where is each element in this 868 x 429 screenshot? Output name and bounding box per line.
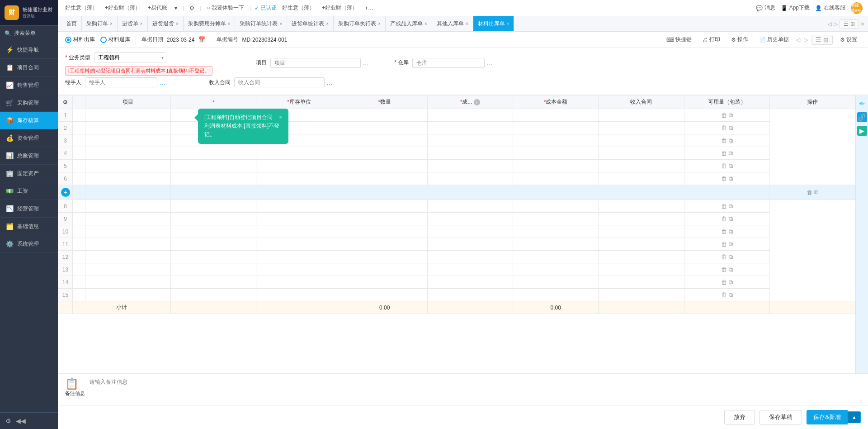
delete-row-icon[interactable]: 🗑 <box>721 241 727 248</box>
warehouse-input[interactable] <box>412 58 485 68</box>
radio-material-return[interactable]: 材料退库 <box>100 36 130 43</box>
copy-row-icon[interactable]: ⧉ <box>729 266 733 273</box>
handler-lookup-btn[interactable]: … <box>159 79 165 86</box>
th-settings[interactable]: ⚙ <box>58 95 73 109</box>
tab-goods-stats[interactable]: 进货单统计表 × <box>287 16 334 32</box>
copy-row-icon[interactable]: ⧉ <box>729 241 733 248</box>
cell-available[interactable] <box>599 109 684 122</box>
topbar-dropdown-arrow[interactable]: ▾ <box>173 4 179 12</box>
history-btn[interactable]: 📄 历史单据 <box>755 34 793 45</box>
tab-purchase-expense[interactable]: 采购费用分摊单 × <box>184 16 236 32</box>
topbar-good-finance2[interactable]: +好业财（薄） <box>320 3 359 13</box>
cell-material[interactable] <box>85 109 171 122</box>
warehouse-lookup-btn[interactable]: … <box>486 59 493 67</box>
delete-row-icon[interactable]: 🗑 <box>721 175 727 182</box>
sidebar-item-inventory[interactable]: 📦 库存核算 <box>0 112 58 129</box>
tab-goods-receipt[interactable]: 进货单 × <box>118 16 148 32</box>
right-panel-link-icon[interactable]: 🔗 <box>857 112 867 122</box>
tab-other-storage[interactable]: 其他入库单 × <box>432 16 473 32</box>
business-type-dropdown-arrow[interactable]: ▾ <box>161 55 164 60</box>
delete-row-icon[interactable]: 🗑 <box>721 137 727 144</box>
tab-purchase-order[interactable]: 采购订单 × <box>82 16 118 32</box>
copy-row-icon[interactable]: ⧉ <box>729 175 733 182</box>
delete-row-icon[interactable]: 🗑 <box>721 266 727 273</box>
sidebar-item-basic[interactable]: 🗂️ 基础信息 <box>0 218 58 235</box>
copy-row-icon[interactable]: ⧉ <box>729 253 733 261</box>
delete-row-icon[interactable]: 🗑 <box>721 150 727 157</box>
topbar-app-download[interactable]: 📱 App下载 <box>781 4 810 12</box>
delete-row-icon[interactable]: 🗑 <box>721 228 727 235</box>
delete-row-icon[interactable]: 🗑 <box>721 162 727 169</box>
tab-material-out[interactable]: 材料出库单 × <box>473 16 514 32</box>
right-panel-green-icon[interactable]: ▶ <box>857 126 867 136</box>
cell-cost-price[interactable] <box>342 109 427 122</box>
tab-close-goods-return[interactable]: × <box>176 21 179 26</box>
table-view-icon[interactable]: ⊞ <box>823 36 829 43</box>
collapse-icon[interactable]: ◀◀ <box>16 417 26 424</box>
handler-input[interactable] <box>85 77 157 87</box>
tab-home[interactable]: 首页 <box>61 16 82 32</box>
notes-textarea[interactable] <box>90 377 861 391</box>
cell-project[interactable] <box>73 109 85 122</box>
right-panel-edit-icon[interactable]: ✏ <box>857 99 867 109</box>
cell-cost-amount[interactable] <box>427 109 513 122</box>
delete-row-icon[interactable]: 🗑 <box>721 112 727 119</box>
operation-btn[interactable]: ⚙ 操作 <box>727 34 752 45</box>
sidebar-item-finance[interactable]: 💰 资金管理 <box>0 129 58 147</box>
delete-row-icon[interactable]: 🗑 <box>721 279 727 286</box>
business-type-input[interactable] <box>94 52 166 62</box>
list-view-icon[interactable]: ☰ <box>844 21 849 27</box>
sidebar-search[interactable]: 🔍 搜索菜单 <box>0 26 58 41</box>
copy-row-icon[interactable]: ⧉ <box>729 162 733 170</box>
sidebar-item-project[interactable]: 📋 项目合同 <box>0 59 58 76</box>
tab-close-goods-receipt[interactable]: × <box>140 21 143 26</box>
discard-button[interactable]: 放弃 <box>724 410 755 424</box>
tab-close-purchase-exec[interactable]: × <box>378 21 381 26</box>
topbar-good-finance[interactable]: +好业财（薄） <box>103 3 142 13</box>
sidebar-item-salary[interactable]: 💵 工资 <box>0 182 58 200</box>
tab-purchase-stats[interactable]: 采购订单统计表 × <box>235 16 287 32</box>
tab-purchase-exec[interactable]: 采购订单执行表 × <box>334 16 386 32</box>
topbar-online-service[interactable]: 👤 在线客服 <box>815 4 845 12</box>
delete-row-icon[interactable]: 🗑 <box>721 291 727 298</box>
topbar-experience[interactable]: ○ 我要体验一下 <box>205 3 246 13</box>
calendar-icon[interactable]: 📅 <box>198 36 205 43</box>
save-new-button[interactable]: 保存&新增 <box>807 410 848 424</box>
form-view-icon[interactable]: ☰ <box>816 36 821 43</box>
user-avatar[interactable]: 畅捷通8号 <box>851 2 863 14</box>
active-cell-input2[interactable] <box>87 189 169 196</box>
cell-income-contract[interactable] <box>513 109 599 122</box>
copy-row-icon[interactable]: ⧉ <box>729 137 733 144</box>
project-lookup-btn[interactable]: … <box>363 59 369 67</box>
tab-product-storage[interactable]: 产成品入库单 × <box>386 16 432 32</box>
grid-view-icon[interactable]: ⊞ <box>850 21 855 27</box>
settings-btn[interactable]: ⚙ 设置 <box>836 34 861 45</box>
tab-close-all[interactable]: × <box>861 20 864 28</box>
settings-icon[interactable]: ⚙ <box>5 417 11 424</box>
income-contract-lookup-btn[interactable]: … <box>326 79 333 86</box>
copy-row-icon[interactable]: ⧉ <box>729 112 733 119</box>
tab-next-icon[interactable]: ▷ <box>834 21 838 27</box>
copy-row-icon[interactable]: ⧉ <box>729 291 733 299</box>
topbar-good-business[interactable]: 好生意（薄） <box>63 3 99 13</box>
tab-close-product-storage[interactable]: × <box>425 21 427 26</box>
shortcut-btn[interactable]: ⌨ 快捷键 <box>663 34 695 45</box>
sidebar-item-assets[interactable]: 🏢 固定资产 <box>0 165 58 182</box>
copy-row-icon[interactable]: ⧉ <box>729 203 733 210</box>
sidebar-item-operations[interactable]: 📉 经营管理 <box>0 200 58 218</box>
sidebar-item-purchase[interactable]: 🛒 采购管理 <box>0 94 58 112</box>
sidebar-item-ledger[interactable]: 📊 总账管理 <box>0 147 58 165</box>
sidebar-item-system[interactable]: ⚙️ 系统管理 <box>0 235 58 253</box>
copy-row-icon[interactable]: ⧉ <box>729 279 733 286</box>
delete-row-icon[interactable]: 🗑 <box>721 215 727 222</box>
tab-close-goods-stats[interactable]: × <box>326 21 329 26</box>
nav-next[interactable]: ▷ <box>804 37 808 43</box>
topbar-message[interactable]: 💬 消息 <box>756 4 775 12</box>
project-input[interactable] <box>270 58 361 68</box>
add-row-btn[interactable]: + <box>61 188 70 197</box>
nav-prev[interactable]: ◁ <box>796 37 800 43</box>
copy-row-icon[interactable]: ⧉ <box>729 150 733 157</box>
copy-row-icon[interactable]: ⧉ <box>729 228 733 235</box>
income-contract-input[interactable] <box>234 77 325 87</box>
delete-row-icon[interactable]: 🗑 <box>721 253 727 260</box>
